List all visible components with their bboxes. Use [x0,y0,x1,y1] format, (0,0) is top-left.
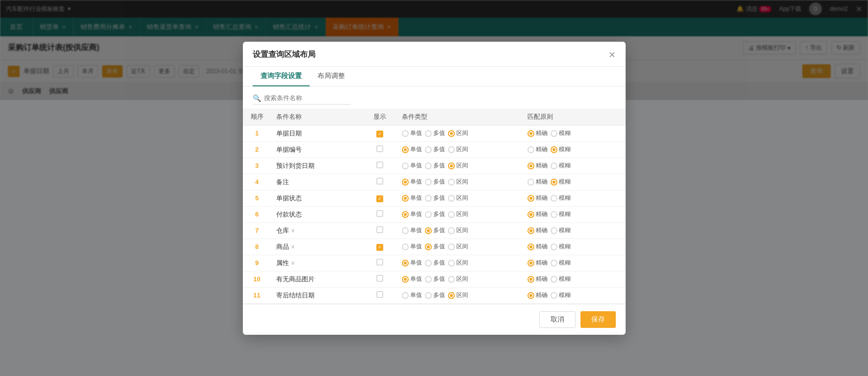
dialog-title: 设置查询区域布局 [253,50,316,60]
dialog: 设置查询区域布局 ✕ 查询字段设置 布局调整 🔍 [243,42,626,101]
modal-overlay: 设置查询区域布局 ✕ 查询字段设置 布局调整 🔍 [0,0,868,100]
search-input[interactable] [264,94,342,100]
dialog-tab-field-label: 查询字段设置 [261,72,302,80]
dialog-body: 🔍 顺序 条件名称 显示 条件类型 匹配原则 [243,86,626,101]
search-box: 🔍 [253,92,351,101]
dialog-close-button[interactable]: ✕ [608,50,616,60]
dialog-header: 设置查询区域布局 ✕ [243,42,626,67]
dialog-tab-layout-label: 布局调整 [317,72,345,80]
dialog-tab-layout[interactable]: 布局调整 [310,67,353,86]
dialog-tab-field-settings[interactable]: 查询字段设置 [253,67,310,86]
dialog-tab-bar: 查询字段设置 布局调整 [243,67,626,86]
search-row: 🔍 [243,86,626,101]
search-icon: 🔍 [253,94,261,101]
